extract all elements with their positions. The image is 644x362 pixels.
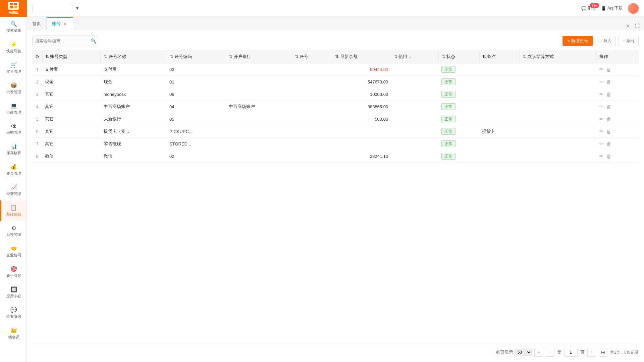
edit-button[interactable]: ✏ [599, 66, 604, 72]
edit-button[interactable]: ✏ [599, 104, 604, 110]
sidebar-item-库存核算[interactable]: 📊库存核算 [0, 139, 26, 160]
sidebar-item-label: 系统管理 [6, 232, 21, 237]
tab-home-label: 首页 [32, 21, 41, 27]
delete-button[interactable]: 🗑 [606, 154, 611, 159]
cell-name: moneybosx [101, 88, 167, 101]
tab-close-all-button[interactable]: ✕ [624, 22, 632, 30]
topbar-message[interactable]: 💬 消息 99+ [581, 5, 596, 11]
page-first-button[interactable]: ⏮ [534, 348, 543, 357]
topbar-search-input[interactable] [32, 4, 72, 13]
table-row: 2 现金 现金 01 547670.00 正常 ✏ 🗑 [32, 76, 639, 88]
col-bank[interactable]: ⇅ 开户银行 [226, 50, 292, 63]
cell-bank [226, 150, 292, 163]
col-settings[interactable]: ⚙ [32, 50, 42, 63]
cell-type: 其它 [42, 138, 101, 150]
import-button[interactable]: ↓ 导入 [596, 36, 616, 46]
export-button[interactable]: ↑ 导出 [619, 36, 639, 46]
edit-button[interactable]: ✏ [599, 141, 604, 147]
sidebar-item-应用中心[interactable]: 🔲应用中心 [0, 282, 26, 303]
cell-bank [226, 138, 292, 150]
sidebar-item-label: 快捷导航 [6, 49, 21, 54]
row-num: 5 [32, 113, 42, 125]
tab-account[interactable]: 账号 ✕ [47, 17, 73, 30]
sidebar-item-系统管理[interactable]: ⚙系统管理 [0, 221, 26, 241]
sidebar-icon: 💻 [10, 103, 17, 109]
cell-type: 其它 [42, 101, 101, 113]
delete-button[interactable]: 🗑 [606, 79, 611, 85]
cell-account [292, 150, 332, 163]
delete-button[interactable]: 🗑 [606, 104, 611, 110]
cell-usage [391, 138, 439, 150]
sidebar-item-畅会员[interactable]: 👑畅会员 [0, 323, 26, 344]
sidebar-icon: 🔍 [10, 21, 17, 27]
page-prev-button[interactable]: ‹ [546, 348, 554, 357]
delete-button[interactable]: 🗑 [606, 141, 611, 147]
cell-account [292, 88, 332, 101]
col-type[interactable]: ⇅ 账号类型 [42, 50, 101, 63]
tab-expand-button[interactable]: ⛶ [633, 22, 641, 30]
col-name[interactable]: ⇅ 账号名称 [101, 50, 167, 63]
sidebar-item-企业协同[interactable]: 🤝企业协同 [0, 241, 26, 262]
page-size-select[interactable]: 50 20 100 [515, 349, 532, 356]
tab-close-icon[interactable]: ✕ [63, 21, 67, 26]
sidebar-item-新手引导[interactable]: 🎯新手引导 [0, 262, 26, 282]
tab-account-label: 账号 [52, 21, 61, 27]
sidebar-item-资金管理[interactable]: 💰资金管理 [0, 160, 26, 180]
add-account-button[interactable]: + 新增账号 [562, 36, 593, 46]
cell-balance: 383866.00 [332, 101, 391, 113]
delete-button[interactable]: 🗑 [606, 92, 611, 97]
sidebar-item-经营管理[interactable]: 📈经营管理 [0, 180, 26, 200]
sidebar-item-采购管理[interactable]: 🛍采购管理 [0, 119, 26, 139]
sidebar: 乐惠版 🔍搜索菜单⚡快捷导航🛒零售管理📦批发管理💻电商管理🛍采购管理📊库存核算💰… [0, 0, 27, 362]
col-remark[interactable]: ⇅ 备注 [479, 50, 520, 63]
cell-balance: -90444.00 [332, 63, 391, 76]
cell-default-payment [520, 101, 597, 113]
page-next-button[interactable]: › [587, 348, 596, 357]
col-usage[interactable]: ⇅ 使用... [391, 50, 439, 63]
import-label: 导入 [603, 38, 611, 44]
sidebar-item-零售管理[interactable]: 🛒零售管理 [0, 58, 26, 78]
sidebar-item-label: 资金管理 [6, 171, 21, 176]
sidebar-item-快捷导航[interactable]: ⚡快捷导航 [0, 37, 26, 58]
sidebar-item-电商管理[interactable]: 💻电商管理 [0, 99, 26, 119]
sidebar-item-基础信息[interactable]: 📋基础信息 [0, 200, 26, 221]
sidebar-icon: 💬 [10, 307, 17, 313]
sidebar-item-label: 搜索菜单 [6, 28, 21, 33]
page-last-button[interactable]: ⏭ [599, 348, 607, 357]
col-account[interactable]: ⇅ 账号 [292, 50, 332, 63]
edit-button[interactable]: ✏ [599, 153, 604, 159]
cell-action: ✏ 🗑 [597, 138, 639, 150]
edit-button[interactable]: ✏ [599, 91, 604, 97]
tab-home[interactable]: 首页 [27, 18, 47, 30]
edit-button[interactable]: ✏ [599, 79, 604, 85]
cell-name: 中百商场账户 [101, 101, 167, 113]
col-default-payment[interactable]: ⇅ 默认结算方式 [520, 50, 597, 63]
delete-button[interactable]: 🗑 [606, 116, 611, 122]
cell-account [292, 138, 332, 150]
sidebar-item-搜索菜单[interactable]: 🔍搜索菜单 [0, 17, 26, 37]
col-status[interactable]: ⇅ 状态 [439, 50, 479, 63]
cell-usage [391, 88, 439, 101]
search-icon[interactable]: 🔍 [91, 38, 96, 44]
cell-usage [391, 113, 439, 125]
page-number-input[interactable] [564, 348, 578, 357]
sidebar-item-企业微信[interactable]: 💬企业微信 [0, 303, 26, 323]
cell-status: 正常 [439, 76, 479, 88]
topbar-dropdown[interactable]: ▼ [75, 6, 79, 11]
user-avatar[interactable] [628, 3, 639, 14]
cell-balance [332, 125, 391, 138]
delete-button[interactable]: 🗑 [606, 67, 611, 72]
sidebar-item-label: 批发管理 [6, 89, 21, 95]
cell-status: 正常 [439, 138, 479, 150]
edit-button[interactable]: ✏ [599, 116, 604, 122]
col-balance[interactable]: ⇅ 最新余额 [332, 50, 391, 63]
edit-button[interactable]: ✏ [599, 128, 604, 134]
search-input[interactable] [35, 39, 91, 43]
cell-code: PICKUPC... [167, 125, 226, 138]
delete-button[interactable]: 🗑 [606, 129, 611, 134]
topbar-app-download[interactable]: 📱 App下载 [601, 5, 623, 11]
app-download-label: App下载 [607, 5, 623, 11]
sidebar-item-批发管理[interactable]: 📦批发管理 [0, 78, 26, 99]
col-code[interactable]: ⇅ 账号编码 [167, 50, 226, 63]
cell-remark [479, 76, 520, 88]
